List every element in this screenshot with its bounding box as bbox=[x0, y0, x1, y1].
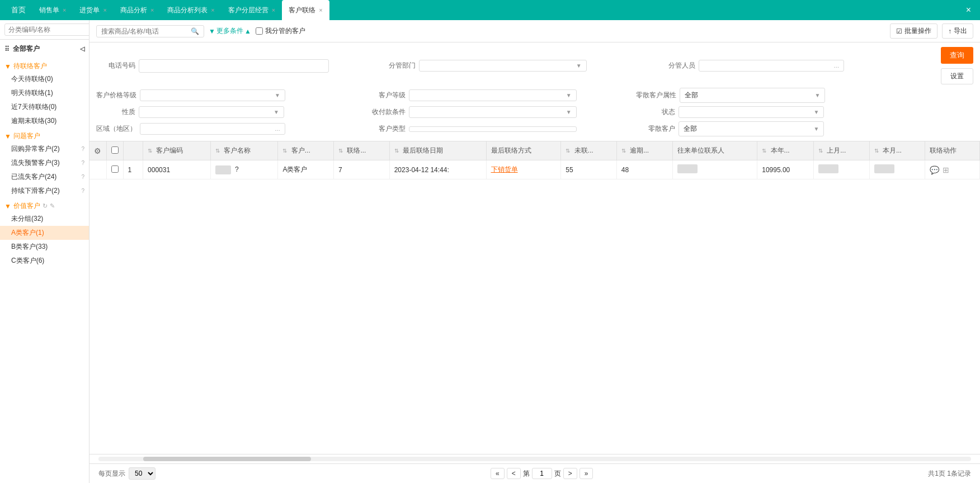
table-check-col[interactable] bbox=[106, 141, 123, 160]
nature-select[interactable]: ▼ bbox=[139, 106, 284, 118]
phone-label: 电话号码 bbox=[96, 61, 135, 70]
my-customers-checkbox[interactable]: 我分管的客户 bbox=[256, 26, 305, 36]
customer-table: ⚙ ⇅ 客户编码 ⇅ 客户名称 bbox=[89, 141, 980, 179]
filter-search-icon[interactable]: 🔍 bbox=[191, 27, 199, 35]
retail-customer-select[interactable]: 全部 ▼ bbox=[679, 121, 824, 136]
nature-arrow: ▼ bbox=[274, 109, 279, 115]
table-col-customer-level[interactable]: ⇅ 客户... bbox=[278, 141, 334, 160]
filter-phone: 电话号码 bbox=[96, 59, 372, 73]
sidebar-item-overdue[interactable]: 逾期未联络(30) bbox=[0, 114, 89, 128]
sidebar-item-declining[interactable]: 持续下滑客户(2) ? bbox=[0, 184, 89, 198]
close-analysis-tab[interactable]: × bbox=[150, 7, 154, 13]
sidebar-problem-group[interactable]: ▼ 问题客户 bbox=[0, 128, 89, 142]
table-col-overdue[interactable]: ⇅ 逾期... bbox=[616, 141, 672, 160]
export-button[interactable]: ↑ 导出 bbox=[942, 23, 973, 39]
retail-customer-arrow: ▼ bbox=[813, 126, 819, 132]
filter-more-conditions[interactable]: ▼ 更多条件 ▲ bbox=[209, 26, 251, 36]
table-col-contact-count[interactable]: ⇅ 联络... bbox=[334, 141, 390, 160]
region-select[interactable]: … bbox=[140, 123, 285, 135]
chat-action-icon[interactable]: 💬 bbox=[930, 165, 939, 174]
sidebar-item-lost[interactable]: 已流失客户(24) ? bbox=[0, 170, 89, 184]
person-select[interactable]: … bbox=[699, 60, 844, 72]
table-col-this-year[interactable]: ⇅ 本年... bbox=[757, 141, 814, 160]
nav-tab-analysis-list[interactable]: 商品分析列表 × bbox=[161, 0, 221, 20]
next-page-button[interactable]: > bbox=[563, 468, 577, 479]
nav-tab-customer-segment[interactable]: 客户分层经营 × bbox=[222, 0, 282, 20]
phone-input[interactable] bbox=[139, 59, 329, 73]
sidebar-search-area: 🔍 bbox=[0, 20, 89, 40]
customer-grade-select[interactable]: ▼ bbox=[409, 89, 577, 101]
sidebar-item-tomorrow-pending[interactable]: 明天待联络(1) bbox=[0, 86, 89, 100]
query-button[interactable]: 查询 bbox=[941, 47, 973, 64]
dept-select[interactable]: ▼ bbox=[419, 60, 587, 72]
status-select[interactable]: ▼ bbox=[679, 106, 824, 118]
table-check-all[interactable] bbox=[111, 146, 119, 154]
customer-type-select[interactable] bbox=[409, 126, 577, 132]
table-col-not-contacted[interactable]: ⇅ 未联... bbox=[561, 141, 617, 160]
close-segment-tab[interactable]: × bbox=[272, 7, 275, 13]
value-group-refresh-icon[interactable]: ↻ bbox=[43, 202, 48, 210]
sort-name-icon: ⇅ bbox=[215, 148, 220, 154]
sidebar-value-group[interactable]: ▼ 价值客户 ↻ ✎ bbox=[0, 198, 89, 212]
sidebar-pending-group[interactable]: ▼ 待联络客户 bbox=[0, 58, 89, 72]
horizontal-scrollbar[interactable] bbox=[89, 454, 980, 463]
sidebar-item-today-pending[interactable]: 今天待联络(0) bbox=[0, 72, 89, 86]
table-col-last-contact-method[interactable]: 最后联络方式 bbox=[486, 141, 561, 160]
table-gear-icon[interactable]: ⚙ bbox=[94, 146, 101, 155]
sidebar-item-loss-warning[interactable]: 流失预警客户(3) ? bbox=[0, 156, 89, 170]
first-page-button[interactable]: « bbox=[491, 468, 505, 479]
last-page-button[interactable]: » bbox=[579, 468, 593, 479]
table-col-last-contact-date[interactable]: ⇅ 最后联络日期 bbox=[389, 141, 486, 160]
filter-customer-grade: 客户等级 ▼ bbox=[366, 89, 632, 101]
scroll-track[interactable] bbox=[98, 457, 971, 461]
sidebar-item-b-class[interactable]: B类客户(33) bbox=[0, 240, 89, 254]
table-col-contact-person[interactable]: 往来单位联系人 bbox=[672, 141, 757, 160]
table-col-action: 联络动作 bbox=[925, 141, 980, 160]
table-col-code[interactable]: ⇅ 客户编码 bbox=[143, 141, 211, 160]
nav-tab-sales[interactable]: 销售单 × bbox=[32, 0, 73, 20]
table-col-this-month[interactable]: ⇅ 本月... bbox=[869, 141, 925, 160]
sidebar-search-input[interactable] bbox=[4, 23, 89, 36]
sidebar-item-ungraded[interactable]: 未分组(32) bbox=[0, 212, 89, 226]
retail-attr-select[interactable]: 全部 ▼ bbox=[680, 88, 825, 103]
sidebar-item-a-class[interactable]: A类客户(1) bbox=[0, 226, 89, 240]
price-grade-select[interactable]: ▼ bbox=[140, 89, 285, 101]
top-nav: 首页 销售单 × 进货单 × 商品分析 × 商品分析列表 × 客户分层经营 × … bbox=[0, 0, 980, 20]
row-check-cell[interactable] bbox=[106, 160, 123, 179]
filter-search-input[interactable] bbox=[101, 27, 191, 35]
close-sales-tab[interactable]: × bbox=[63, 7, 66, 13]
close-contact-tab[interactable]: × bbox=[319, 7, 322, 13]
sort-code-icon: ⇅ bbox=[148, 148, 152, 154]
row-checkbox[interactable] bbox=[111, 165, 119, 173]
close-analysis-list-tab[interactable]: × bbox=[211, 7, 214, 13]
row-last-contact-method[interactable]: 下销货单 bbox=[486, 160, 561, 179]
nav-tab-purchase[interactable]: 进货单 × bbox=[73, 0, 113, 20]
nav-close-all[interactable]: × bbox=[962, 5, 976, 15]
sidebar-item-7day-pending[interactable]: 近7天待联络(0) bbox=[0, 100, 89, 114]
table-settings-col[interactable]: ⚙ bbox=[89, 141, 106, 160]
batch-ops-button[interactable]: ☑ 批量操作 bbox=[890, 23, 937, 39]
nav-tab-analysis[interactable]: 商品分析 × bbox=[114, 0, 161, 20]
grid-action-icon[interactable]: ⊞ bbox=[943, 165, 949, 174]
sidebar-collapse-icon[interactable]: ◁ bbox=[80, 45, 84, 53]
filter-row-2: 客户价格等级 ▼ 客户等级 ▼ 零散客户属性 全部 bbox=[96, 88, 973, 103]
dept-label: 分管部门 bbox=[376, 61, 416, 70]
page-number-input[interactable] bbox=[532, 468, 552, 479]
close-purchase-tab[interactable]: × bbox=[103, 7, 106, 13]
nav-tab-customer-contact[interactable]: 客户联络 × bbox=[282, 0, 329, 20]
prev-page-button[interactable]: < bbox=[507, 468, 521, 479]
sidebar-item-c-class[interactable]: C类客户(6) bbox=[0, 254, 89, 268]
sidebar-all-customers[interactable]: ⠿ 全部客户 ◁ bbox=[0, 40, 89, 58]
page-size-select[interactable]: 50 bbox=[129, 467, 156, 480]
filter-row-4: 区域（地区） … 客户类型 零散客户 全部 bbox=[96, 121, 973, 136]
nav-home[interactable]: 首页 bbox=[4, 5, 32, 15]
table-col-last-month[interactable]: ⇅ 上月... bbox=[813, 141, 869, 160]
scroll-thumb[interactable] bbox=[143, 457, 311, 461]
sidebar-item-repurchase-abnormal[interactable]: 回购异常客户(2) ? bbox=[0, 142, 89, 156]
settings-button[interactable]: 设置 bbox=[941, 68, 973, 84]
payment-select[interactable]: ▼ bbox=[409, 106, 577, 118]
my-customers-check[interactable] bbox=[256, 27, 263, 35]
table-col-name[interactable]: ⇅ 客户名称 bbox=[210, 141, 278, 160]
value-group-edit-icon[interactable]: ✎ bbox=[50, 202, 55, 210]
row-code[interactable]: 000031 bbox=[143, 160, 211, 179]
